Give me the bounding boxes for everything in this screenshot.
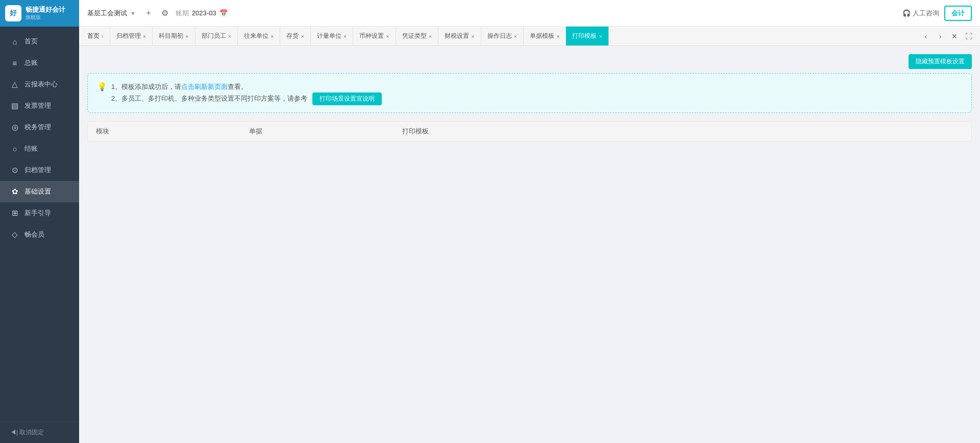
sidebar-label-home: 首页 [24,37,38,46]
tabbar: 首页‹归档管理×科目期初×部门员工×往来单位×存货×计量单位×币种设置×凭证类型… [79,27,980,46]
sidebar-label-reports: 云报表中心 [24,80,58,89]
tab-label-taxsettings: 财税设置 [445,32,469,40]
tab-archive[interactable]: 归档管理× [110,27,153,46]
tab-close-archive[interactable]: × [143,33,146,39]
sidebar-nav: ⌂首页≡总账△云报表中心▤发票管理◎税务管理○结账⊙归档管理✿基础设置⊞新手引导… [0,27,79,422]
tab-label-dept: 部门员工 [202,32,226,40]
notice-refresh-link[interactable]: 点击刷新新页面 [181,83,228,90]
sidebar-item-tax[interactable]: ◎税务管理 [0,116,79,138]
close-icon: ○ [10,145,19,153]
tab-close-taxsettings[interactable]: × [471,33,474,39]
sidebar-label-close: 结账 [24,144,38,153]
tab-close-subject[interactable]: × [185,33,188,39]
tab-label-currency: 币种设置 [359,32,384,40]
company-selector[interactable]: 基层工会测试 ▼ [87,9,136,18]
tab-contact[interactable]: 往来单位× [238,27,280,46]
tab-close-voucher[interactable]: × [429,33,432,39]
sidebar-item-guide[interactable]: ⊞新手引导 [0,202,79,224]
tab-label-subject: 科目期初 [159,32,183,40]
home-icon: ⌂ [10,37,19,46]
sidebar-label-settings: 基础设置 [24,187,51,196]
tab-label-unit: 计量单位 [317,32,341,40]
print-scene-btn[interactable]: 打印场景设置宣说明 [312,92,382,105]
tab-unit[interactable]: 计量单位× [311,27,353,46]
guide-icon: ⊞ [10,208,19,218]
topbar-actions: ＋ ⚙ [142,7,172,20]
sidebar-item-member[interactable]: ◇畅会员 [0,224,79,245]
company-name: 基层工会测试 [87,9,127,18]
tab-close-oplog[interactable]: × [514,33,517,39]
tab-stock[interactable]: 存货× [280,27,310,46]
sidebar-item-close[interactable]: ○结账 [0,138,79,159]
add-tab-button[interactable]: ＋ [142,7,155,20]
sidebar-label-guide: 新手引导 [24,208,51,218]
notice-line1: 1、模板添加成功后，请点击刷新新页面查看。 [111,81,382,92]
tab-close-bill[interactable]: × [556,33,559,39]
sidebar-item-ledger[interactable]: ≡总账 [0,52,79,74]
sidebar-label-member: 畅会员 [24,230,44,239]
sidebar-label-ledger: 总账 [24,58,38,67]
notice-line1-prefix: 1、模板添加成功后，请 [111,83,181,90]
sidebar-label-archive: 归档管理 [24,166,51,175]
tab-scroll-left[interactable]: ‹ [919,29,933,43]
page-top-right: 隐藏预置模板设置 [87,54,972,69]
sidebar-item-settings[interactable]: ✿基础设置 [0,181,79,202]
tab-close-dept[interactable]: × [228,33,231,39]
hide-preview-btn[interactable]: 隐藏预置模板设置 [909,54,972,69]
sidebar-footer[interactable]: ◀| 取消固定 [0,422,79,443]
tab-printtemplate[interactable]: 打印模板× [566,27,608,46]
archive-icon: ⊙ [10,166,19,175]
sidebar-item-invoice[interactable]: ▤发票管理 [0,95,79,116]
unpin-label: ◀| 取消固定 [10,428,44,437]
tab-close-currency[interactable]: × [386,33,389,39]
logo-icon: 好 [5,5,21,21]
tab-voucher[interactable]: 凭证类型× [396,27,438,46]
topbar: 基层工会测试 ▼ ＋ ⚙ 账期 2023-03 📅 🎧 人工咨询 会计 [79,0,980,27]
service-label: 人工咨询 [913,9,939,18]
tab-close-all[interactable]: ✕ [947,29,962,43]
tabbar-controls: ‹ › ✕ ⛶ [919,29,978,43]
tab-bill[interactable]: 单据模板× [524,27,566,46]
tab-label-printtemplate: 打印模板 [572,32,597,40]
tab-close-stock[interactable]: × [301,33,304,39]
company-dropdown-icon: ▼ [130,10,136,16]
sidebar-item-reports[interactable]: △云报表中心 [0,74,79,95]
topbar-right: 🎧 人工咨询 会计 [902,6,972,21]
tab-close-printtemplate[interactable]: × [599,33,602,39]
col-header-bill: 单据 [249,127,402,136]
member-icon: ◇ [10,230,19,239]
col-header-module: 模块 [96,127,249,136]
table-header: 模块 单据 打印模板 [87,121,972,142]
tab-close-contact[interactable]: × [271,33,274,39]
tab-subject[interactable]: 科目期初× [153,27,195,46]
sidebar: 好 畅捷通好会计 旗舰版 ⌂首页≡总账△云报表中心▤发票管理◎税务管理○结账⊙归… [0,0,79,443]
period-display: 账期 2023-03 📅 [176,9,228,18]
tab-close-unit[interactable]: × [344,33,347,39]
settings-icon-button[interactable]: ⚙ [158,7,172,20]
tab-currency[interactable]: 币种设置× [353,27,396,46]
period-value: 2023-03 [192,9,216,17]
notice-line2: 2、多员工、多打印机、多种业务类型设置不同打印方案等，请参考 打印场景设置宣说明 [111,92,382,105]
tab-fullscreen[interactable]: ⛶ [962,29,976,43]
settings-icon: ✿ [10,187,19,196]
tab-oplog[interactable]: 操作日志× [481,27,524,46]
account-button[interactable]: 会计 [944,6,972,21]
tax-icon: ◎ [10,123,19,132]
sidebar-item-archive[interactable]: ⊙归档管理 [0,159,79,181]
tab-label-home: 首页 [87,32,100,40]
tab-label-oplog: 操作日志 [487,32,512,40]
tab-scroll-right[interactable]: › [933,29,947,43]
sidebar-item-home[interactable]: ⌂首页 [0,31,79,52]
ledger-icon: ≡ [10,59,19,67]
tab-label-contact: 往来单位 [244,32,268,40]
service-button[interactable]: 🎧 人工咨询 [902,9,939,18]
tab-label-archive: 归档管理 [116,32,141,40]
tab-label-voucher: 凭证类型 [402,32,427,40]
logo-text: 畅捷通好会计 [26,6,65,14]
tab-dept[interactable]: 部门员工× [195,27,238,46]
period-label: 账期 [176,9,189,18]
tab-nav-home[interactable]: ‹ [102,33,104,39]
tab-taxsettings[interactable]: 财税设置× [438,27,481,46]
tab-home[interactable]: 首页‹ [81,27,110,46]
reports-icon: △ [10,80,19,89]
